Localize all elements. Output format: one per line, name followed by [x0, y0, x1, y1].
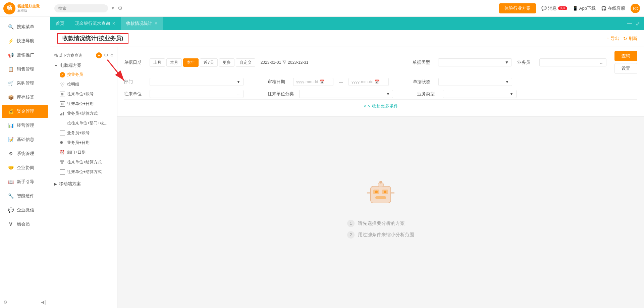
scheme-item-salesperson-date[interactable]: ⚙ 业务员+日期: [50, 138, 117, 148]
scheme-item-dept-date[interactable]: ⏰ 部门+日期: [50, 148, 117, 157]
online-service-btn[interactable]: 🎧 在线客服: [601, 5, 625, 11]
date-from-value: 2023-01-01: [261, 60, 281, 65]
messages-badge: 99+: [558, 6, 567, 10]
user-avatar[interactable]: Rit: [631, 4, 640, 13]
tab-bank-flow[interactable]: 现金银行流水查询 ✕: [70, 17, 121, 30]
sidebar-item-hardware[interactable]: 🔧 智能硬件: [2, 189, 48, 203]
sidebar-item-management[interactable]: 📊 经营管理: [2, 119, 48, 132]
sidebar-item-wechat[interactable]: 💬 企业微信: [2, 203, 48, 217]
scheme-item-unit-date[interactable]: ⊞ 往来单位+日期: [50, 99, 117, 109]
date-this-year-btn[interactable]: 本年: [183, 58, 199, 67]
tab-maximize-icon[interactable]: ⤢: [636, 20, 640, 27]
main-content: ▼ ⚙ 体验行业方案 💬 消息 99+ 📱 App下载 🎧 在线客服: [50, 0, 644, 308]
empty-step-1: 1 请先选择要分析的方案: [347, 220, 414, 227]
sidebar-item-guide[interactable]: 📖 新手引导: [2, 175, 48, 189]
trial-button[interactable]: 体验行业方案: [499, 3, 536, 13]
refresh-button[interactable]: ↻ 刷新: [623, 36, 637, 42]
scheme-group-mobile-title[interactable]: ▶ 移动端方案: [50, 179, 117, 188]
scheme-item-by-salesperson[interactable]: ✓ 按业务员: [50, 70, 117, 80]
date-label: 单据日期: [124, 59, 144, 65]
top-search-input[interactable]: [54, 4, 108, 12]
scheme-settings-icon[interactable]: ⚙: [104, 52, 108, 58]
tab-close-icon[interactable]: ✕: [154, 21, 158, 26]
scheme-item-icon-clock: ⏰: [60, 150, 65, 155]
scheme-item-unit-dept[interactable]: 按往来单位+部门+收...: [50, 118, 117, 128]
sidebar-item-inventory[interactable]: 📦 库存核算: [2, 91, 48, 104]
service-icon: 🎧: [601, 6, 606, 11]
scheme-item-salesperson-account[interactable]: 业务员+账号: [50, 128, 117, 138]
salesperson-select[interactable]: ...: [539, 58, 606, 66]
scheme-item-icon-square4: [60, 131, 65, 136]
dept-label: 部门: [124, 79, 144, 85]
sidebar-item-collab[interactable]: 🤝 企业协同: [2, 161, 48, 174]
add-scheme-btn[interactable]: +: [96, 52, 102, 58]
more-options-icon[interactable]: ...: [600, 60, 603, 65]
voucher-type-select[interactable]: ▼: [438, 58, 512, 66]
tab-close-icon[interactable]: ✕: [112, 21, 115, 26]
settings-footer-icon[interactable]: ⚙: [3, 300, 7, 305]
sidebar-item-finance[interactable]: 💰 资金管理: [2, 105, 48, 118]
date-this-month-btn[interactable]: 本月: [166, 58, 182, 67]
guide-icon: 📖: [7, 178, 14, 185]
hardware-icon: 🔧: [7, 193, 14, 199]
filter-row-counterparty: 往来单位 ... 往来单位分类 ▼ 业务类型: [124, 90, 637, 98]
sidebar-item-sales[interactable]: 📋 销售管理: [2, 62, 48, 76]
app-download-btn[interactable]: 📱 App下载: [573, 5, 596, 11]
sidebar-item-label: 畅会员: [17, 221, 30, 227]
query-button[interactable]: 查询: [614, 51, 637, 61]
sidebar-item-label: 企业微信: [17, 207, 34, 213]
review-date-from[interactable]: yyyy-mm-dd 📅: [293, 78, 333, 86]
calendar-icon2: 📅: [375, 80, 380, 84]
tab-home[interactable]: 首页: [50, 17, 70, 30]
sidebar-item-purchase[interactable]: 🛒 采购管理: [2, 76, 48, 90]
scheme-item-icon-square2: ⊞: [60, 101, 65, 107]
messages-btn[interactable]: 💬 消息 99+: [541, 5, 567, 11]
counterparty-more-icon[interactable]: ...: [237, 92, 240, 96]
export-button[interactable]: ↑ 导出: [607, 36, 619, 42]
settings-button[interactable]: 设置: [614, 63, 637, 74]
wechat-icon: 💬: [7, 207, 14, 213]
page-title: 收款情况统计(按业务员): [60, 34, 126, 43]
collapse-more-btn[interactable]: ∧∧ 收起更多条件: [124, 99, 637, 112]
date-more-btn[interactable]: 更多: [219, 58, 234, 67]
sidebar-item-basic[interactable]: 📝 基础信息: [2, 133, 48, 146]
scheme-collapse-icon[interactable]: «: [110, 52, 113, 58]
dropdown-icon[interactable]: ▼: [111, 6, 115, 11]
scheme-item-by-detail[interactable]: 按明细: [50, 80, 117, 89]
tab-collection-stat[interactable]: 收款情况统计 ✕: [121, 17, 163, 30]
tab-minimize-icon[interactable]: —: [627, 20, 632, 27]
scheme-item-salesperson-settlement[interactable]: 业务员+结算方式: [50, 109, 117, 118]
logo-icon: 畅: [3, 2, 15, 14]
sidebar-item-system[interactable]: ⚙ 系统管理: [2, 147, 48, 160]
counterparty-category-label: 往来单位分类: [268, 91, 294, 97]
sidebar-item-shortcut[interactable]: ⚡ 快捷导航: [2, 34, 48, 48]
dept-select[interactable]: ▼: [150, 78, 244, 86]
date-range-display: 2023-01-01 至 2023-12-31: [261, 60, 309, 65]
scheme-item-unit-settlement1[interactable]: 往来单位+结算方式: [50, 157, 117, 167]
purchase-icon: 🛒: [7, 80, 14, 87]
business-type-label: 业务类型: [417, 91, 437, 97]
sidebar-item-member[interactable]: V 畅会员: [2, 217, 48, 231]
svg-point-16: [379, 181, 382, 184]
tabs-right: — ⤢: [623, 17, 644, 30]
sidebar-item-search[interactable]: 🔍 搜索菜单: [2, 20, 48, 34]
date-last-month-btn[interactable]: 上月: [150, 58, 165, 67]
sidebar: 畅 畅捷通好生意 标准版 🔍 搜索菜单 ⚡ 快捷导航 📢 营销推广 📋 销: [0, 0, 50, 308]
scheme-item-unit-account[interactable]: ⊞ 往来单位+账号: [50, 89, 117, 99]
svg-rect-12: [375, 196, 386, 199]
date-custom-btn[interactable]: 自定义: [236, 58, 255, 67]
scheme-group-pc-title[interactable]: ▼ 电脑端方案: [50, 61, 117, 70]
system-icon: ⚙: [7, 150, 14, 157]
counterparty-category-select[interactable]: ▼: [299, 90, 393, 98]
counterparty-select[interactable]: ...: [150, 90, 244, 98]
date-7days-btn[interactable]: 近7天: [200, 58, 218, 67]
search-menu-icon: 🔍: [7, 23, 14, 30]
business-type-select[interactable]: ▼: [443, 90, 517, 98]
scheme-item-unit-settlement2[interactable]: 往来单位+结算方式: [50, 167, 117, 177]
collapse-sidebar-icon[interactable]: ◀‖: [41, 300, 47, 305]
settings-topbar-icon[interactable]: ⚙: [118, 5, 122, 11]
review-date-to[interactable]: yyyy-mm-dd 📅: [348, 78, 389, 86]
voucher-status-select[interactable]: ▼: [438, 78, 512, 86]
arrow-right-icon: ▶: [54, 182, 57, 186]
sidebar-item-marketing[interactable]: 📢 营销推广: [2, 48, 48, 62]
